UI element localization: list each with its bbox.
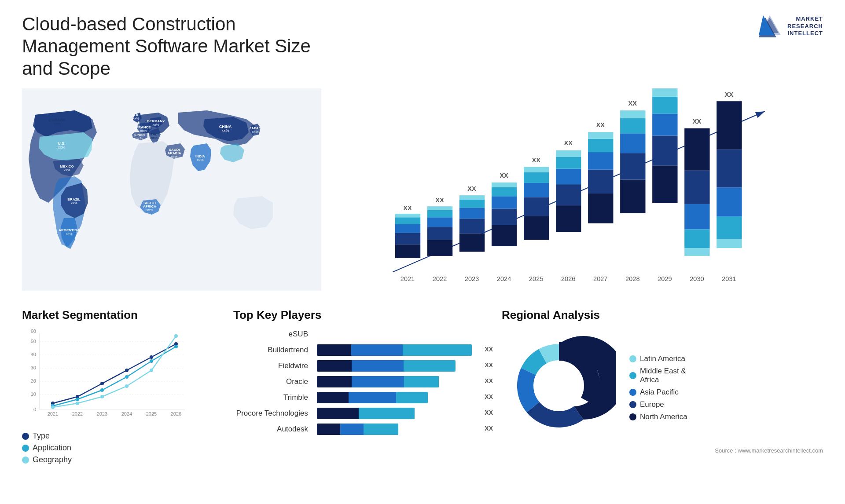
player-name-oracle: Oracle — [233, 377, 312, 386]
svg-rect-49 — [427, 210, 452, 218]
svg-text:2026: 2026 — [171, 411, 181, 416]
svg-text:xx%: xx% — [70, 201, 77, 205]
svg-point-145 — [100, 388, 104, 392]
svg-rect-50 — [427, 206, 452, 210]
svg-text:XX: XX — [435, 197, 444, 204]
svg-rect-74 — [556, 205, 581, 232]
legend-label-geography: Geography — [33, 455, 72, 464]
svg-point-147 — [150, 359, 153, 363]
svg-rect-67 — [524, 216, 549, 240]
svg-text:40: 40 — [31, 352, 36, 357]
svg-rect-104 — [684, 230, 709, 248]
key-players-section: Top Key Players eSUB Buildertrend — [224, 308, 480, 491]
svg-rect-62 — [492, 196, 517, 208]
bar-chart-svg: XX 2021 XX 2022 XX 2023 — [330, 88, 823, 299]
svg-text:XX: XX — [403, 205, 412, 212]
svg-rect-95 — [652, 165, 677, 203]
legend-label-type: Type — [33, 431, 50, 441]
dot-europe — [629, 401, 636, 408]
svg-text:xx%: xx% — [151, 136, 158, 140]
svg-rect-56 — [459, 200, 485, 208]
svg-point-141 — [150, 355, 153, 359]
svg-rect-85 — [588, 132, 613, 139]
svg-point-155 — [534, 361, 584, 411]
svg-text:2025: 2025 — [146, 411, 157, 416]
player-name-autodesk: Autodesk — [233, 425, 312, 434]
svg-rect-61 — [492, 209, 517, 226]
key-players-title: Top Key Players — [233, 308, 480, 322]
legend-geography: Geography — [22, 455, 216, 464]
legend-dot-geography — [22, 457, 29, 464]
svg-text:2030: 2030 — [690, 275, 704, 282]
regional-title: Regional Analysis — [502, 308, 823, 322]
svg-rect-54 — [459, 219, 485, 234]
svg-rect-98 — [652, 97, 677, 114]
svg-text:xx%: xx% — [197, 158, 203, 162]
map-section: CANADA xx% U.S. xx% MEXICO xx% BRAZIL xx… — [22, 88, 321, 299]
svg-point-154 — [174, 334, 178, 338]
label-europe: Europe — [640, 400, 664, 409]
label-middle-east: Middle East &Africa — [640, 367, 686, 384]
label-north-america: North America — [640, 413, 687, 421]
svg-rect-88 — [620, 180, 645, 213]
svg-rect-41 — [395, 224, 420, 233]
svg-rect-57 — [459, 195, 485, 199]
player-row-oracle: Oracle XX — [233, 376, 480, 387]
player-row-procore: Procore Technologies XX — [233, 408, 480, 419]
player-bar-fieldwire: XX — [317, 360, 480, 372]
svg-text:2023: 2023 — [97, 411, 107, 416]
svg-text:XX: XX — [500, 172, 508, 179]
svg-point-149 — [51, 405, 55, 409]
svg-text:20: 20 — [31, 378, 36, 383]
svg-text:XX: XX — [628, 100, 637, 107]
svg-point-150 — [76, 402, 79, 405]
logo-icon — [757, 13, 783, 40]
svg-rect-75 — [556, 184, 581, 205]
player-bar-trimble: XX — [317, 392, 480, 403]
svg-text:xx%: xx% — [66, 232, 72, 236]
svg-rect-81 — [588, 194, 613, 223]
legend-label-application: Application — [33, 443, 71, 453]
svg-text:2028: 2028 — [625, 275, 639, 282]
player-name-fieldwire: Fieldwire — [233, 362, 312, 370]
svg-point-146 — [125, 375, 129, 379]
svg-text:xx%: xx% — [58, 145, 65, 150]
svg-rect-42 — [395, 217, 420, 224]
svg-point-140 — [125, 369, 129, 372]
logo-area: MARKETRESEARCHINTELLECT — [757, 13, 823, 40]
svg-rect-90 — [620, 133, 645, 153]
svg-text:xx%: xx% — [140, 129, 147, 133]
svg-text:2024: 2024 — [497, 275, 511, 282]
svg-point-144 — [76, 398, 79, 401]
svg-text:50: 50 — [31, 339, 36, 344]
svg-rect-106 — [684, 171, 709, 204]
svg-rect-112 — [716, 188, 742, 217]
svg-text:XX: XX — [725, 91, 734, 98]
svg-rect-114 — [716, 101, 742, 150]
svg-text:xx%: xx% — [171, 155, 177, 159]
player-row-fieldwire: Fieldwire XX — [233, 360, 480, 372]
page-title: Cloud-based Construction Management Soft… — [22, 13, 330, 80]
svg-text:2024: 2024 — [121, 411, 132, 416]
svg-point-139 — [100, 382, 104, 385]
svg-text:2031: 2031 — [722, 275, 736, 282]
svg-text:2021: 2021 — [48, 411, 58, 416]
logo-text: MARKETRESEARCHINTELLECT — [787, 15, 823, 38]
legend-europe: Europe — [629, 400, 687, 409]
svg-text:XX: XX — [467, 185, 476, 192]
svg-text:xx%: xx% — [221, 128, 229, 133]
svg-text:XX: XX — [532, 157, 540, 164]
svg-text:2026: 2026 — [561, 275, 575, 282]
svg-rect-91 — [620, 118, 645, 133]
player-bar-procore: XX — [317, 408, 480, 419]
bar-chart-section: XX 2021 XX 2022 XX 2023 — [330, 88, 823, 299]
regional-legend: Latin America Middle East &Africa Asia P… — [629, 354, 687, 421]
regional-section: Regional Analysis — [489, 308, 823, 491]
legend-dot-application — [22, 445, 29, 452]
svg-text:xx%: xx% — [252, 130, 258, 134]
svg-text:xx%: xx% — [132, 117, 139, 121]
svg-text:XX: XX — [564, 140, 573, 147]
market-seg-title: Market Segmentation — [22, 308, 216, 322]
svg-text:2021: 2021 — [400, 275, 415, 282]
dot-asia-pacific — [629, 389, 636, 396]
